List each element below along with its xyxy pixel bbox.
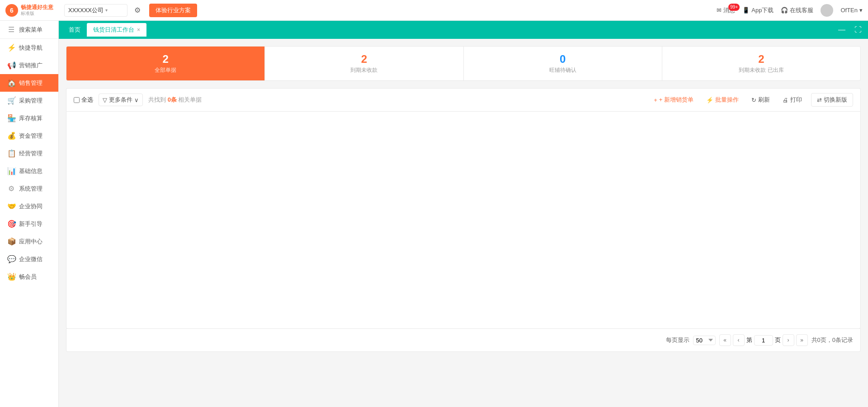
- refresh-button[interactable]: ↻ 刷新: [748, 94, 774, 106]
- sidebar-item-member[interactable]: 👑 畅会员: [0, 268, 58, 285]
- table-area: [66, 111, 861, 329]
- batch-icon: ⚡: [706, 97, 713, 103]
- sidebar-label: 采购管理: [19, 97, 42, 105]
- page-label: 第: [746, 336, 752, 344]
- stat-card-overdue-shipped[interactable]: 2 到期未收款 已出库: [662, 47, 860, 80]
- sidebar-item-sales[interactable]: 🏠 销售管理: [0, 74, 58, 92]
- company-selector[interactable]: XXXXXX公司 ▾: [64, 4, 127, 17]
- expand-window-button[interactable]: ⛶: [852, 25, 864, 35]
- sidebar-item-purchase[interactable]: 🛒 采购管理: [0, 92, 58, 109]
- online-service-button[interactable]: 🎧 在线客服: [781, 6, 813, 14]
- sidebar-item-finance[interactable]: 💰 资金管理: [0, 127, 58, 145]
- logo-text: 畅捷通好生意 标准版: [21, 4, 53, 16]
- tab-bar: 首页 钱货日清工作台 × — ⛶: [59, 21, 868, 39]
- megaphone-icon: 📢: [7, 61, 15, 70]
- switch-new-version-button[interactable]: ⇄ 切换新版: [811, 93, 853, 107]
- home-tab-label: 首页: [69, 26, 80, 34]
- sidebar-item-app-center[interactable]: 📦 应用中心: [0, 233, 58, 250]
- logo-area: 6 畅捷通好生意 标准版: [5, 4, 64, 17]
- user-avatar[interactable]: [821, 4, 833, 17]
- page-next-button[interactable]: ›: [783, 334, 794, 346]
- stat-label-all: 全部单据: [75, 66, 255, 74]
- sidebar-label: 快捷导航: [19, 44, 42, 52]
- stat-number-all: 2: [75, 53, 255, 65]
- switch-icon: ⇄: [817, 97, 822, 103]
- select-all-input[interactable]: [74, 97, 80, 103]
- sidebar-label: 新手引导: [19, 220, 42, 228]
- stat-label-overdue-shipped: 到期未收款 已出库: [671, 66, 851, 74]
- warehouse-icon: 🏪: [7, 114, 15, 122]
- sidebar-item-marketing[interactable]: 📢 营销推广: [0, 56, 58, 74]
- top-header: 6 畅捷通好生意 标准版 XXXXXX公司 ▾ ⚙ 体验行业方案 ✉ 消息 99…: [0, 0, 868, 21]
- tab-cash-flow[interactable]: 钱货日清工作台 ×: [87, 23, 146, 37]
- per-page-select[interactable]: 10 20 50 100: [693, 336, 716, 345]
- settings-icon: ⚙: [7, 184, 15, 193]
- found-text: 共找到 0条 相关单据: [148, 96, 202, 104]
- filter-icon: ▽: [103, 97, 107, 103]
- stat-label-overdue: 到期未收款: [274, 66, 454, 74]
- download-icon: 📱: [742, 7, 750, 14]
- search-icon: ☰: [7, 25, 15, 34]
- message-button[interactable]: ✉ 消息 99+: [717, 6, 735, 14]
- sidebar-item-quick-nav[interactable]: ⚡ 快捷导航: [0, 39, 58, 56]
- sidebar-item-enterprise[interactable]: 🤝 企业协同: [0, 197, 58, 215]
- per-page-label: 每页显示: [666, 336, 689, 344]
- logo-sub: 标准版: [21, 11, 53, 16]
- stat-card-pending[interactable]: 0 旺辅待确认: [464, 47, 662, 80]
- sidebar-item-inventory[interactable]: 🏪 库存核算: [0, 109, 58, 127]
- sidebar-item-operations[interactable]: 📋 经营管理: [0, 145, 58, 162]
- settings-button[interactable]: ⚙: [131, 4, 144, 17]
- lightning-icon: ⚡: [7, 43, 15, 52]
- stat-card-all[interactable]: 2 全部单据: [66, 47, 265, 80]
- active-tab-label: 钱货日清工作台: [93, 26, 134, 34]
- cart-icon: 🛒: [7, 96, 15, 105]
- page-prev-button[interactable]: ‹: [733, 334, 745, 346]
- select-all-label: 全选: [81, 96, 93, 104]
- toolbar: 全选 ▽ 更多条件 ∨ 共找到 0条 相关单据 + + 新增销货单 ⚡ 批量操作: [66, 88, 861, 111]
- sidebar-label: 资金管理: [19, 132, 42, 140]
- stat-number-overdue: 2: [274, 53, 454, 65]
- refresh-icon: ↻: [751, 97, 756, 103]
- page-last-button[interactable]: »: [796, 334, 808, 346]
- search-menu-label: 搜索菜单: [19, 26, 42, 34]
- target-icon: 🎯: [7, 220, 15, 228]
- tab-close-icon[interactable]: ×: [137, 27, 140, 33]
- sidebar-label: 系统管理: [19, 185, 42, 193]
- page-first-button[interactable]: «: [719, 334, 731, 346]
- sidebar-item-guide[interactable]: 🎯 新手引导: [0, 215, 58, 233]
- tab-home[interactable]: 首页: [62, 23, 87, 37]
- found-count: 0条: [168, 96, 177, 103]
- page-label-end: 页: [775, 336, 781, 344]
- sidebar-item-wechat[interactable]: 💬 企业微信: [0, 250, 58, 268]
- sidebar-item-basic-info[interactable]: 📊 基础信息: [0, 162, 58, 180]
- minimize-window-button[interactable]: —: [835, 25, 848, 35]
- clipboard-icon: 📋: [7, 149, 15, 158]
- stat-label-pending: 旺辅待确认: [473, 66, 653, 74]
- page-input[interactable]: [754, 335, 773, 346]
- money-icon: 💰: [7, 131, 15, 140]
- sidebar-label: 经营管理: [19, 150, 42, 158]
- toolbar-left: 全选 ▽ 更多条件 ∨ 共找到 0条 相关单据: [74, 94, 645, 106]
- sidebar: ☰ 搜索菜单 ⚡ 快捷导航 📢 营销推广 🏠 销售管理 🛒 采购管理 🏪 库存核…: [0, 0, 59, 407]
- trial-button[interactable]: 体验行业方案: [149, 4, 197, 17]
- user-menu[interactable]: OfTEn ▾: [840, 7, 863, 14]
- print-icon: 🖨: [783, 97, 788, 103]
- chevron-down-icon: ▾: [859, 7, 863, 14]
- chevron-down-icon: ∨: [134, 97, 139, 103]
- sidebar-item-system[interactable]: ⚙ 系统管理: [0, 180, 58, 197]
- select-all-checkbox[interactable]: 全选: [74, 96, 93, 104]
- stat-card-overdue[interactable]: 2 到期未收款: [265, 47, 463, 80]
- header-right: ✉ 消息 99+ 📱 App下载 🎧 在线客服 OfTEn ▾: [717, 4, 863, 17]
- sidebar-search[interactable]: ☰ 搜索菜单: [0, 21, 58, 39]
- user-name: OfTEn: [840, 7, 858, 14]
- page-navigation: « ‹ 第 页 › »: [719, 334, 808, 346]
- batch-operation-button[interactable]: ⚡ 批量操作: [703, 94, 742, 106]
- print-button[interactable]: 🖨 打印: [779, 94, 806, 106]
- box-icon: 📦: [7, 237, 15, 246]
- company-name: XXXXXX公司: [68, 6, 104, 14]
- plus-icon: +: [654, 97, 657, 103]
- stat-number-pending: 0: [473, 53, 653, 65]
- filter-button[interactable]: ▽ 更多条件 ∨: [99, 94, 143, 106]
- add-order-button[interactable]: + + 新增销货单: [650, 94, 697, 106]
- app-download-button[interactable]: 📱 App下载: [742, 6, 774, 14]
